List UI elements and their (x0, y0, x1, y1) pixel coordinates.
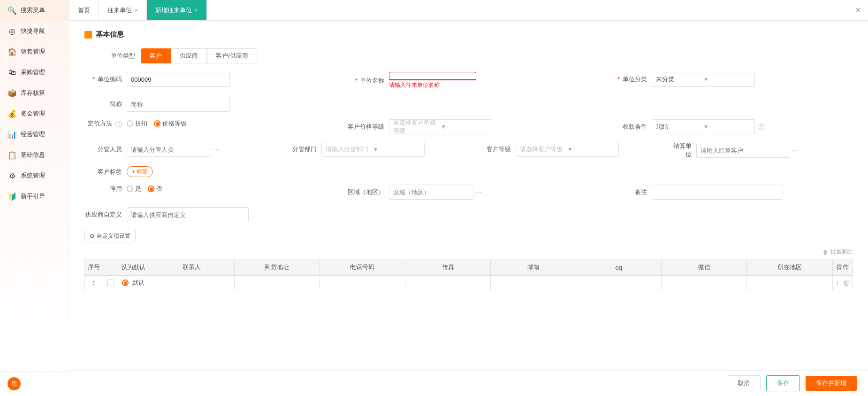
search-icon: 🔍 (8, 6, 17, 15)
disabled-yes-circle (127, 186, 133, 192)
unit-type-both-button[interactable]: 客户/供应商 (207, 48, 257, 63)
col-qq: qq (576, 259, 662, 276)
remark-label: 备注 (609, 188, 652, 196)
col-phone: 电话号码 (320, 259, 405, 276)
department-select[interactable]: 请输入分管部门 ▼ (321, 142, 425, 157)
unit-type-supplier-button[interactable]: 供应商 (171, 48, 207, 63)
tab-partners-close[interactable]: × (135, 7, 138, 14)
phone-input[interactable] (323, 280, 402, 287)
pricing-method-field: 定价方法 ? 折扣 价格等级 (84, 119, 328, 128)
custom-settings-button[interactable]: ⚙ 自定义项设置 (84, 230, 136, 242)
sidebar-item-guide[interactable]: 🔰 新手引导 (0, 186, 69, 207)
sidebar-item-sales[interactable]: 🏠 销售管理 (0, 41, 69, 62)
tab-home[interactable]: 首页 (69, 0, 99, 20)
cell-address[interactable] (234, 276, 320, 290)
region-ellipsis-button[interactable]: ··· (473, 188, 483, 196)
sidebar-item-search[interactable]: 🔍 搜索菜单 (0, 0, 69, 21)
add-row-button[interactable]: + (836, 279, 839, 287)
pricing-discount-option[interactable]: 折扣 (127, 119, 147, 128)
delete-row-button[interactable]: 🗑 (843, 279, 850, 287)
customer-level-select[interactable]: 请选择客户等级 ▼ (516, 142, 619, 157)
sidebar-item-system[interactable]: ⚙ 系统管理 (0, 165, 69, 186)
contact-input[interactable] (152, 280, 231, 287)
pricing-level-label: 价格等级 (162, 119, 187, 128)
supplier-custom-input[interactable] (127, 207, 249, 222)
cell-phone[interactable] (320, 276, 405, 290)
sidebar-item-finance[interactable]: 💰 资金管理 (0, 103, 69, 124)
sidebar-item-quick-nav[interactable]: ◎ 快捷导航 (0, 21, 69, 41)
settlement-unit-input[interactable] (696, 143, 790, 158)
sidebar-label-finance: 资金管理 (21, 109, 45, 118)
default-radio[interactable]: 默认 (121, 279, 145, 287)
tab-partners-label: 往来单位 (107, 6, 132, 15)
cancel-button[interactable]: 取消 (727, 375, 761, 391)
sidebar-footer: 用 ... (0, 371, 69, 396)
settlement-unit-field: 结算单位 ··· (668, 142, 853, 159)
department-placeholder: 请输入分管部门 (326, 145, 373, 154)
user-avatar: 用 (8, 377, 21, 390)
tab-new-partner-close[interactable]: × (195, 7, 198, 14)
customer-price-select[interactable]: 请选择客户价格等级 ▼ (389, 119, 492, 134)
pricing-method-help-icon[interactable]: ? (115, 121, 122, 127)
unit-category-select[interactable]: 未分类 ▼ (652, 72, 755, 87)
manager-input[interactable] (127, 142, 211, 157)
payment-terms-select[interactable]: 现结 ▼ (652, 119, 755, 134)
department-arrow: ▼ (373, 146, 420, 153)
unit-name-input[interactable] (389, 72, 476, 80)
cell-wechat[interactable] (662, 276, 747, 290)
cell-qq[interactable] (576, 276, 662, 290)
unit-code-input[interactable] (127, 72, 230, 87)
pricing-level-circle (154, 120, 160, 127)
customer-price-field: 客户价格等级 请选择客户价格等级 ▼ (347, 119, 590, 134)
short-name-input[interactable] (127, 97, 230, 112)
payment-terms-help-icon[interactable]: ? (758, 124, 764, 130)
unit-type-customer-button[interactable]: 客户 (141, 48, 171, 63)
disabled-no-circle (148, 186, 154, 192)
settlement-unit-ellipsis-button[interactable]: ··· (790, 146, 800, 155)
finance-icon: 💰 (8, 109, 17, 118)
fax-input[interactable] (408, 280, 487, 287)
sidebar-label-basics: 基础信息 (21, 151, 45, 159)
save-button[interactable]: 保存 (766, 375, 800, 391)
sidebar-item-purchase[interactable]: 🛍 采购管理 (0, 62, 69, 83)
sidebar-item-operations[interactable]: 📊 经营管理 (0, 124, 69, 145)
disabled-yes-option[interactable]: 是 (127, 185, 141, 193)
table-row: 1 默认 (85, 276, 853, 290)
cell-email[interactable] (491, 276, 576, 290)
wechat-input[interactable] (664, 280, 744, 287)
sidebar-label-inventory: 库存核算 (21, 89, 45, 97)
add-tag-button[interactable]: + 标签 (127, 166, 153, 177)
global-close-button[interactable]: × (855, 5, 860, 15)
unit-code-label: * 单位编码 (84, 75, 127, 84)
cell-fax[interactable] (405, 276, 490, 290)
pricing-level-option[interactable]: 价格等级 (154, 119, 187, 128)
customer-price-placeholder: 请选择客户价格等级 (393, 118, 441, 135)
cell-contact[interactable] (149, 276, 234, 290)
sidebar-item-basics[interactable]: 📋 基础信息 (0, 145, 69, 165)
batch-delete-button[interactable]: 🗑 批量删除 (823, 248, 853, 256)
row-checkbox[interactable] (107, 280, 114, 286)
cell-checkbox[interactable] (103, 276, 118, 290)
tab-new-partner[interactable]: 新增往来单位 × (147, 0, 207, 20)
sidebar-item-inventory[interactable]: 📦 库存核算 (0, 83, 69, 103)
address-input[interactable] (237, 280, 317, 287)
pricing-radio-group: 折扣 价格等级 (127, 119, 187, 128)
col-default: 设为默认 (118, 259, 149, 276)
customer-tag-field: 客户标签 + 标签 (84, 166, 853, 177)
region-input[interactable] (389, 185, 473, 200)
manager-ellipsis-button[interactable]: ··· (211, 145, 221, 154)
tab-partners[interactable]: 往来单位 × (99, 0, 147, 20)
unit-code-field: * 单位编码 (84, 72, 328, 87)
remark-input[interactable] (652, 185, 783, 200)
cell-area[interactable] (747, 276, 832, 290)
qq-input[interactable] (579, 280, 658, 287)
save-and-new-button[interactable]: 保存并新增 (806, 376, 857, 391)
form-area: 基本信息 单位类型 客户 供应商 客户/供应商 * 单位编码 * (69, 21, 868, 370)
col-email: 邮箱 (491, 259, 576, 276)
bottom-bar: 取消 保存 保存并新增 (69, 370, 868, 396)
batch-delete-label: 批量删除 (830, 248, 853, 256)
email-input[interactable] (494, 280, 573, 287)
sidebar-label-sales: 销售管理 (21, 47, 45, 56)
disabled-no-option[interactable]: 否 (148, 185, 162, 193)
area-input[interactable] (750, 280, 829, 287)
